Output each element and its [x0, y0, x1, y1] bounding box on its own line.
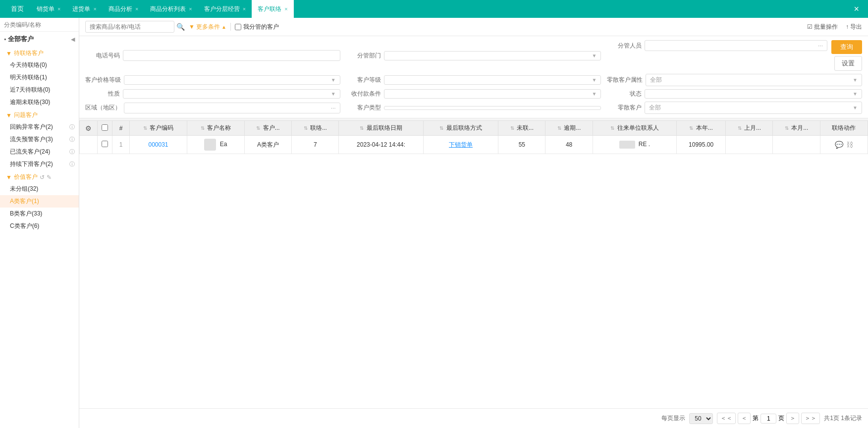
close-icon[interactable]: ×: [284, 6, 287, 12]
sort-icon[interactable]: ⇅: [439, 125, 443, 131]
sidebar-item-b-class[interactable]: B类客户(33): [0, 208, 79, 220]
filter-more-btn[interactable]: ▼ 更多条件 ▲: [189, 23, 226, 31]
page-input[interactable]: [760, 414, 776, 424]
status-select[interactable]: ▼: [645, 89, 862, 99]
dots-icon[interactable]: ···: [818, 42, 823, 49]
chevron-down-icon: ▼: [853, 91, 858, 97]
nav-tab-sale[interactable]: 销货单 ×: [31, 0, 66, 18]
edit-icon[interactable]: ✎: [47, 174, 52, 181]
close-icon[interactable]: ×: [57, 6, 60, 12]
sidebar-item-churned[interactable]: 已流失客户(24) ⓘ: [0, 146, 79, 158]
sidebar-item-overdue[interactable]: 逾期未联络(30): [0, 96, 79, 108]
per-page-select[interactable]: 50: [689, 413, 713, 424]
select-all-checkbox[interactable]: [102, 124, 108, 131]
page-first-btn[interactable]: ＜＜: [717, 413, 736, 424]
sidebar-group-problem-label: 问题客户: [14, 111, 38, 119]
sort-icon[interactable]: ⇅: [360, 125, 364, 131]
retail-customer-select[interactable]: 全部 ▼: [645, 102, 862, 114]
retail-customer-label: 零散客户: [607, 104, 642, 112]
sidebar-group-problem[interactable]: ▼ 问题客户: [0, 108, 79, 121]
export-icon: ↑: [846, 23, 849, 30]
nav-tab-purchase[interactable]: 进货单 ×: [66, 0, 102, 18]
price-grade-select[interactable]: ▼: [124, 75, 340, 85]
global-close-icon[interactable]: ×: [849, 4, 864, 14]
export-btn[interactable]: ↑ 导出: [846, 23, 862, 31]
settings-icon[interactable]: ⚙: [85, 124, 92, 132]
batch-op-btn[interactable]: ☑ 批量操作: [807, 23, 838, 31]
sidebar-item-repurchase-abnormal[interactable]: 回购异常客户(2) ⓘ: [0, 121, 79, 133]
info-icon: ⓘ: [69, 148, 75, 156]
chevron-down-icon: ▼: [853, 105, 858, 110]
phone-input[interactable]: [123, 50, 340, 61]
dots-icon[interactable]: ···: [331, 105, 336, 111]
sort-icon[interactable]: ⇅: [557, 125, 561, 131]
nav-tab-customer-tier[interactable]: 客户分层经营 ×: [198, 0, 252, 18]
page-prev-btn[interactable]: ＜: [738, 413, 751, 424]
close-icon[interactable]: ×: [93, 6, 96, 12]
sort-icon[interactable]: ⇅: [610, 125, 614, 131]
query-button[interactable]: 查询: [831, 40, 862, 54]
per-page-label: 每页显示: [661, 414, 685, 423]
filter-bar: 🔍 ▼ 更多条件 ▲ 我分管的客户 ☑ 批量操作 ↑ 导出: [79, 18, 868, 36]
nav-tab-analysis-list[interactable]: 商品分析列表 ×: [144, 0, 198, 18]
my-customers-checkbox[interactable]: [235, 24, 241, 30]
comment-icon[interactable]: 💬: [835, 141, 843, 149]
refresh-icon[interactable]: ↺: [40, 174, 45, 181]
th-this-month: ⇅ 本月...: [773, 121, 820, 136]
sort-icon[interactable]: ⇅: [256, 125, 260, 131]
td-no-contact: 55: [498, 136, 545, 154]
sidebar-group-value[interactable]: ▼ 价值客户 ↺ ✎: [0, 170, 79, 183]
collapse-icon: ▪: [4, 36, 6, 43]
sidebar-all-customers-header[interactable]: ▪ 全部客户 ◀: [0, 32, 79, 47]
close-icon[interactable]: ×: [243, 6, 246, 12]
sidebar-item-churn-warning[interactable]: 流失预警客户(3) ⓘ: [0, 133, 79, 146]
region-select[interactable]: ···: [124, 103, 340, 113]
row-checkbox[interactable]: [102, 141, 108, 147]
sort-icon[interactable]: ⇅: [689, 125, 693, 131]
pay-cond-select[interactable]: ▼: [384, 89, 601, 99]
sidebar-item-c-class[interactable]: C类客户(6): [0, 220, 79, 232]
sidebar-item-ungrouped[interactable]: 未分组(32): [0, 183, 79, 195]
dept-select[interactable]: ▼: [384, 51, 601, 60]
sidebar-collapse-btn[interactable]: ◀: [71, 36, 75, 43]
filter-my-customers[interactable]: 我分管的客户: [235, 23, 279, 31]
filter-search-input[interactable]: [85, 21, 174, 33]
sort-icon[interactable]: ⇅: [510, 125, 514, 131]
sidebar-item-7days[interactable]: 近7天待联络(0): [0, 84, 79, 96]
sidebar-item-declining[interactable]: 持续下滑客户(2) ⓘ: [0, 158, 79, 170]
sort-icon[interactable]: ⇅: [143, 125, 147, 131]
td-contacts: 7: [292, 136, 339, 154]
nature-select[interactable]: ▼: [123, 89, 340, 99]
customer-type-select[interactable]: [384, 106, 601, 110]
page-next-btn[interactable]: ＞: [786, 413, 799, 424]
sidebar-item-today[interactable]: 今天待联络(0): [0, 59, 79, 71]
td-action: 💬 ⛓: [820, 136, 868, 154]
close-icon[interactable]: ×: [189, 6, 192, 12]
nav-tab-customer-contact[interactable]: 客户联络 ×: [252, 0, 293, 18]
sidebar-item-tomorrow[interactable]: 明天待联络(1): [0, 71, 79, 84]
sort-icon[interactable]: ⇅: [201, 125, 205, 131]
sort-icon[interactable]: ⇅: [785, 125, 789, 131]
sidebar-group-pending[interactable]: ▼ 待联络客户: [0, 47, 79, 59]
nav-tab-analysis[interactable]: 商品分析 ×: [103, 0, 144, 18]
nature-label: 性质: [85, 90, 120, 98]
sort-icon[interactable]: ⇅: [304, 125, 308, 131]
grade-select[interactable]: ▼: [384, 75, 601, 85]
info-icon: ⓘ: [69, 160, 75, 168]
staff-select[interactable]: ···: [645, 40, 827, 51]
sidebar-item-a-class[interactable]: A类客户(1): [0, 195, 79, 208]
td-last-method[interactable]: 下销货单: [423, 136, 498, 154]
page-last-btn[interactable]: ＞＞: [801, 413, 820, 424]
chevron-down-icon: ▼: [592, 53, 597, 58]
retail-attr-select[interactable]: 全部 ▼: [646, 74, 862, 86]
set-button[interactable]: 设置: [834, 56, 862, 71]
chevron-down-icon: ▼: [592, 77, 597, 83]
filter-search-icon[interactable]: 🔍: [176, 23, 185, 31]
close-icon[interactable]: ×: [135, 6, 138, 12]
nav-home[interactable]: 首页: [4, 0, 31, 18]
sort-icon[interactable]: ⇅: [738, 125, 742, 131]
td-code[interactable]: 000031: [130, 136, 187, 154]
filter-retail-customer-row: 零散客户 全部 ▼: [607, 102, 862, 114]
sidebar-search-input[interactable]: [4, 21, 78, 28]
link-icon[interactable]: ⛓: [846, 141, 853, 149]
